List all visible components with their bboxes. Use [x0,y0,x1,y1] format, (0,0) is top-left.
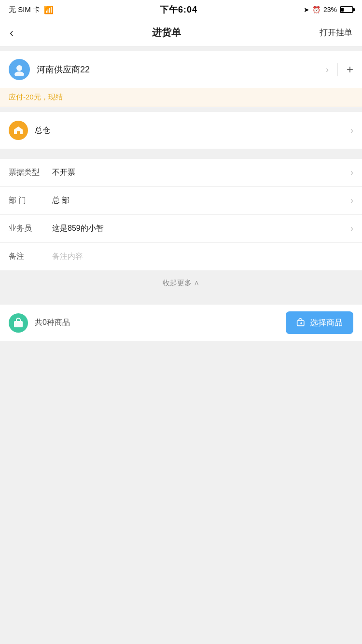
sim-label: 无 SIM 卡 [9,5,40,14]
warehouse-chevron-icon: › [350,126,353,136]
warehouse-name: 总仓 [35,126,350,136]
svg-rect-3 [14,321,23,327]
avatar-icon [13,63,26,76]
salesperson-value: 这是859的小智 [52,224,350,234]
status-bar: 无 SIM 卡 📶 下午6:04 ➤ ⏰ 23% [0,0,362,19]
svg-rect-2 [17,131,20,134]
battery-icon [340,6,353,13]
remark-label: 备注 [9,252,47,262]
salesperson-chevron-icon: › [350,224,353,234]
select-product-label: 选择商品 [310,317,343,328]
salesperson-row[interactable]: 业务员 这是859的小智 › [0,215,362,243]
collapse-bar[interactable]: 收起更多 ∧ [0,271,362,295]
department-chevron-icon: › [350,196,353,206]
fields-section: 票据类型 不开票 › 部 门 总 部 › 业务员 这是859的小智 › 备注 备… [0,159,362,270]
invoice-type-row[interactable]: 票据类型 不开票 › [0,159,362,187]
invoice-type-label: 票据类型 [9,168,47,178]
status-right: ➤ ⏰ 23% [304,6,353,14]
page-title: 进货单 [152,26,181,39]
collapse-label: 收起更多 ∧ [163,279,199,288]
section-gap-3 [0,149,362,154]
warehouse-row[interactable]: 总仓 › [0,112,362,149]
location-icon: ➤ [304,6,309,14]
svg-point-0 [16,65,22,71]
remark-row[interactable]: 备注 备注内容 [0,243,362,270]
warehouse-icon [9,121,28,140]
remark-value[interactable]: 备注内容 [52,252,353,262]
salesperson-label: 业务员 [9,224,47,234]
add-supplier-button[interactable]: + [347,63,353,76]
page-background [0,341,362,486]
alarm-icon: ⏰ [312,6,320,14]
section-gap-4 [0,295,362,300]
select-product-button[interactable]: 选择商品 [286,311,353,334]
status-left: 无 SIM 卡 📶 [9,5,54,14]
back-button[interactable]: ‹ [10,26,14,40]
battery-pct: 23% [323,6,337,14]
svg-point-1 [14,71,24,76]
bottom-bar: 共0种商品 选择商品 [0,305,362,341]
wifi-icon: 📶 [44,5,54,14]
status-time: 下午6:04 [160,4,197,15]
notice-text: 应付-20元，现结 [9,93,63,101]
open-pending-button[interactable]: 打开挂单 [320,27,352,38]
department-value: 总 部 [52,196,350,206]
product-count: 共0种商品 [35,318,286,328]
notice-bar: 应付-20元，现结 [0,88,362,107]
nav-bar: ‹ 进货单 打开挂单 [0,19,362,46]
supplier-row[interactable]: 河南供应商22 › + [0,51,362,88]
supplier-divider [337,63,338,76]
supplier-name: 河南供应商22 [37,64,326,75]
product-icon [9,313,28,333]
supplier-chevron-icon: › [326,65,329,75]
section-gap-2 [0,107,362,112]
department-label: 部 门 [9,196,47,206]
section-gap-1 [0,46,362,51]
cart-icon [296,318,306,328]
invoice-type-chevron-icon: › [350,168,353,178]
supplier-avatar [9,59,30,80]
invoice-type-value: 不开票 [52,168,350,178]
department-row[interactable]: 部 门 总 部 › [0,187,362,215]
